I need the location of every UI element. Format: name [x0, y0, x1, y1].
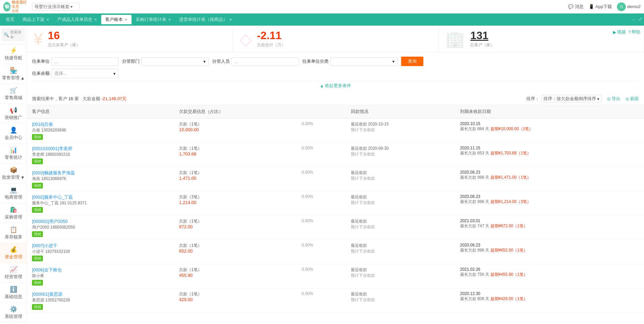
overdue-link-1[interactable]: 超期¥1,703.68（1笔）: [491, 151, 531, 155]
refresh-btn[interactable]: ⊙ 刷新: [625, 96, 639, 102]
sidebar-item-enterprise[interactable]: 🤝 企业协同: [0, 323, 27, 324]
ops-icon: 📈: [2, 266, 25, 273]
sidebar-item-quick-nav[interactable]: ⚡ 快捷导航: [0, 44, 27, 64]
overdue-link-3[interactable]: 超期¥1,214.00（3笔）: [491, 199, 531, 204]
customer-name-link-6[interactable]: [0006]去下粮仓: [32, 267, 169, 273]
table-row: [0016]吕俊 吕俊 13026203696 现销 欠款（1笔） 10,000…: [27, 118, 644, 143]
cell-pct-5: 0.00%: [297, 240, 345, 264]
batch-arrow-icon: ▼: [21, 175, 25, 180]
filter-unit-class-select[interactable]: ▾: [330, 57, 398, 66]
cell-due-4: 2021.03.01 最长欠款 747 天 超期¥672.00（1笔）: [455, 216, 644, 240]
cell-debt-6: 欠款（1笔） 455.90: [174, 264, 297, 289]
tab-production[interactable]: 产成品入库单历史 ✕: [53, 15, 101, 24]
sidebar-item-retail-mgmt[interactable]: 🏪 零售管理 ▲: [0, 64, 27, 84]
sidebar-item-purchase[interactable]: 🛍️ 采购管理: [0, 203, 27, 223]
sidebar-item-basic-info[interactable]: ℹ️ 基础信息: [0, 283, 27, 303]
filter-from-unit-input[interactable]: ...: [51, 57, 119, 66]
sidebar-item-retail-mall[interactable]: 🛒 零售商城: [0, 84, 27, 104]
table-row: [0007]小进干 小进干 18279152100 现销 欠款（1笔） 652.…: [27, 240, 644, 264]
table-header-row: 客户信息 欠款交易信息（占比） 回款情况 到期未收款日期: [27, 105, 644, 118]
customer-name-link-1[interactable]: [0001020001]李老师: [32, 146, 169, 152]
customer-tag-2: 现销: [32, 183, 43, 188]
cell-pct-1: 0.00%: [297, 143, 345, 167]
sidebar-item-batch-mgmt[interactable]: 📦 批发管理 ▼: [0, 164, 27, 183]
overdue-link-2[interactable]: 超期¥1,471.00（1笔）: [491, 175, 531, 180]
sort-area: 排序： 排序：按欠款金额倒序排序 ▾: [526, 95, 602, 103]
user-menu[interactable]: D demo2: [617, 2, 641, 11]
tab-import[interactable]: 进货单统计表（按商品） ✕: [175, 15, 236, 24]
export-btn[interactable]: ⊙ 导出: [607, 96, 620, 102]
sidebar-item-ecommerce[interactable]: 💻 电商管理: [0, 183, 27, 203]
filter-from-unit-label: 往来单位: [32, 58, 50, 64]
sidebar-item-marketing[interactable]: 📢 营销推广: [0, 104, 27, 124]
tab-products[interactable]: 商品上下架 ✕: [19, 15, 53, 24]
tab-minimize[interactable]: －: [632, 17, 636, 23]
customer-tag-0: 现销: [32, 134, 43, 140]
overdue-link-7[interactable]: 超期¥429.00（1笔）: [491, 296, 528, 301]
sidebar-item-finance[interactable]: 💰 资金管理: [0, 243, 27, 263]
tab-close-production[interactable]: ✕: [94, 18, 97, 22]
tab-maximize[interactable]: ⤢: [639, 17, 642, 23]
customer-name-link-7[interactable]: [000001]黄思源: [32, 291, 169, 297]
message-icon: 💬: [568, 4, 573, 9]
help-btn[interactable]: ? 帮助: [628, 29, 640, 35]
customer-tag-1: 现销: [32, 158, 43, 164]
filter-dept: 分管部门 ▾: [122, 57, 209, 66]
message-btn[interactable]: 💬 消息: [568, 4, 584, 10]
sidebar-item-retail-stats[interactable]: 📊 零售统计: [0, 144, 27, 164]
sidebar-item-system[interactable]: ⚙️ 系统管理: [0, 303, 27, 323]
tab-close-import[interactable]: ✕: [229, 18, 232, 22]
cell-due-1: 2020.11.15 最长欠款 853 天 超期¥1,703.68（1笔）: [455, 143, 644, 167]
filter-unit-class: 往来单位分类 ▾: [302, 57, 398, 66]
sort-select[interactable]: 排序：按欠款金额倒序排序 ▾: [541, 95, 602, 103]
search-button[interactable]: 查询: [401, 57, 423, 66]
tab-close-purchase[interactable]: ✕: [168, 18, 171, 22]
sidebar-item-member[interactable]: 👤 会员中心: [0, 124, 27, 144]
customer-name-link-0[interactable]: [0016]吕俊: [32, 121, 169, 127]
cell-customer-3: [0002]服务中心_丁磊 服务中心_丁磊 181 0125 8371 现销: [27, 192, 174, 216]
collapse-icon: ▲: [320, 83, 324, 88]
cell-pct-4: 0.00%: [297, 216, 345, 240]
result-info: 搜索结果中，客户 16 家 欠款金额 -21,148.07元: [32, 96, 127, 102]
sidebar-item-ops[interactable]: 📈 经营管理: [0, 263, 27, 283]
filter-dept-select[interactable]: ▾: [141, 57, 209, 66]
cell-customer-5: [0007]小进干 小进干 18279152100 现销: [27, 240, 174, 264]
sort-dropdown-icon: ▾: [597, 96, 599, 101]
overdue-link-6[interactable]: 超期¥455.90（1笔）: [491, 272, 528, 277]
customer-name-link-3[interactable]: [0002]服务中心_丁磊: [32, 194, 169, 200]
tab-customer[interactable]: 客户账本 ✕: [101, 15, 132, 24]
filter-balance-label: 往来余额: [32, 70, 50, 77]
cell-debt-3: 欠款（3笔） 1,214.00: [174, 192, 297, 216]
table-row: [000002]用户2050 用户2050 18665062050 现销 欠款（…: [27, 216, 644, 240]
customer-name-link-4[interactable]: [000002]用户2050: [32, 218, 169, 225]
tab-purchase[interactable]: 采购订单统计表 ✕: [132, 15, 175, 24]
customer-phone-3: 服务中心_丁磊 181 0125 8371: [32, 201, 87, 205]
collapse-filter-btn[interactable]: ▲ 收起更多条件: [32, 81, 639, 90]
video-btn[interactable]: ▶ 视频: [613, 29, 626, 35]
cell-collect-5: 最近收款 预计下次收款: [346, 240, 455, 264]
cell-pct-0: 0.00%: [297, 118, 345, 143]
stat-amount-text: -2.11 欠款合计（万）: [257, 30, 285, 48]
overdue-link-4[interactable]: 超期¥672.00（1笔）: [491, 224, 528, 228]
balance-dropdown-icon: ▾: [113, 71, 116, 76]
customer-tag-4: 现销: [32, 231, 43, 237]
customer-phone-1: 李老师 18600391516: [32, 152, 70, 157]
overdue-link-0[interactable]: 超期¥10,000.00（1笔）: [491, 126, 533, 131]
company-selector[interactable]: 母婴行业演示账套 ▾: [32, 3, 80, 11]
filter-balance-select[interactable]: 选择... ▾: [51, 69, 119, 78]
filter-dept-label: 分管部门: [122, 58, 140, 64]
filter-manager-input[interactable]: ...: [231, 57, 299, 66]
sidebar-search-box[interactable]: 🔍 搜索菜单: [2, 28, 25, 41]
customer-name-link-5[interactable]: [0007]小进干: [32, 243, 169, 249]
tab-home[interactable]: 首页: [2, 15, 19, 24]
tab-close-products[interactable]: ✕: [46, 18, 49, 22]
tab-close-customer[interactable]: ✕: [124, 18, 128, 22]
logo-text: 畅捷通好生意示范: [12, 0, 29, 13]
app-download-btn[interactable]: 📱 App下载: [589, 4, 612, 10]
sidebar-item-inventory[interactable]: 📋 库存核算: [0, 223, 27, 243]
filter-unit-class-label: 往来单位分类: [302, 58, 329, 64]
customer-name-link-2[interactable]: [0003]畅捷服务尹海蕊: [32, 170, 169, 176]
overdue-link-5[interactable]: 超期¥652.00（1笔）: [491, 248, 528, 253]
cell-collect-7: 最近收款 预计下次收款: [346, 289, 455, 313]
customer-phone-0: 吕俊 13026203696: [32, 128, 66, 132]
